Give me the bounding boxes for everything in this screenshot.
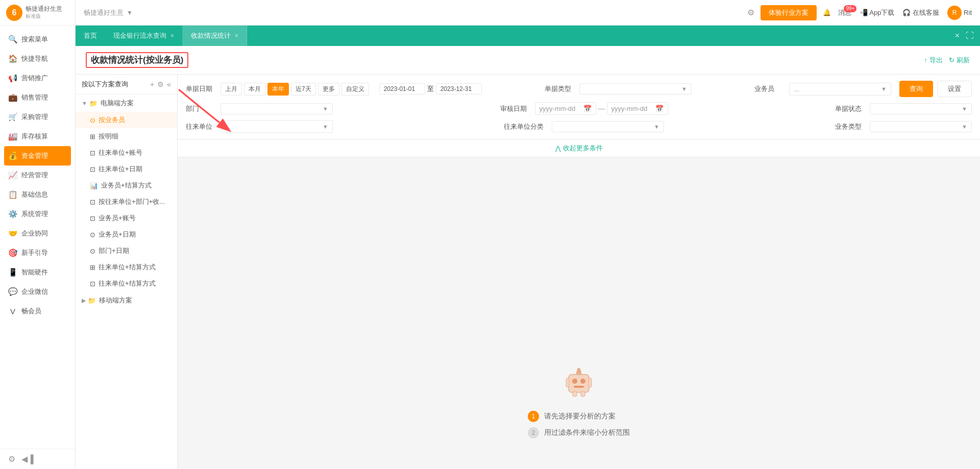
sidebar-item-purchase[interactable]: 🛒 采购管理 <box>0 107 75 127</box>
online-service[interactable]: 🎧 在线客服 <box>902 8 939 17</box>
filter-row-2: 部门 ▼ 审核日期 yyyy-mm-dd 📅 — <box>186 102 972 115</box>
sidebar-item-guide[interactable]: 🎯 新手引导 <box>0 243 75 263</box>
counterpart-select[interactable]: ... ▼ <box>220 120 333 133</box>
sidebar-item-marketing[interactable]: 📢 营销推广 <box>0 68 75 88</box>
sidebar-item-basic[interactable]: 📋 基础信息 <box>0 185 75 204</box>
dept-label: 部门 <box>186 104 212 113</box>
scheme-item-by-salesperson[interactable]: ⊙ 按业务员 <box>76 112 177 128</box>
download-icon: 📲 <box>860 9 868 16</box>
date-from-input[interactable] <box>379 83 425 95</box>
tab-home[interactable]: 首页 <box>76 26 105 46</box>
biz-type-select[interactable]: ▼ <box>870 121 972 132</box>
review-date-to[interactable]: yyyy-mm-dd 📅 <box>607 102 668 115</box>
scheme-group-desktop: ▼ 📁 电脑端方案 ⊙ 按业务员 ⊞ 按明细 ⊡ 往来单位+账号 <box>76 95 177 292</box>
scheme-item-salesperson-date[interactable]: ⊙ 业务员+日期 <box>76 226 177 243</box>
sidebar-item-quicknav[interactable]: 🏠 快捷导航 <box>0 49 75 68</box>
collapse-bar[interactable]: ⋀ 收起更多条件 <box>178 139 980 157</box>
scheme-item-salesperson-account[interactable]: ⊡ 业务员+账号 <box>76 210 177 226</box>
refresh-button[interactable]: ↻ 刷新 <box>949 56 970 65</box>
sidebar-item-operation[interactable]: 📈 经营管理 <box>0 166 75 185</box>
scheme-item-dept-date[interactable]: ⊙ 部门+日期 <box>76 243 177 259</box>
scheme-item-counterpart-date[interactable]: ⊡ 往来单位+日期 <box>76 161 177 177</box>
scheme-item-counterpart-dept[interactable]: ⊡ 按往来单位+部门+收... <box>76 194 177 210</box>
sidebar-item-guide-label: 新手引导 <box>21 248 48 257</box>
scheme-item-counterpart-account-label: 往来单位+账号 <box>99 148 142 157</box>
scheme-panel: 按以下方案查询 + ⚙ « ▼ 📁 电脑端方案 ⊙ <box>76 75 178 469</box>
notification-area[interactable]: 🔔 99+ 消息 <box>823 8 851 17</box>
dept-select[interactable]: ▼ <box>220 103 333 114</box>
counterpart-arrow: ▼ <box>323 124 328 130</box>
filter-actions: 查询 设置 <box>899 81 972 97</box>
doc-type-arrow: ▼ <box>681 86 687 92</box>
tab-receipts[interactable]: 收款情况统计 × <box>183 26 247 46</box>
service-icon: 🎧 <box>902 9 911 16</box>
salesperson-label: 业务员 <box>754 84 781 93</box>
hardware-icon: 📱 <box>8 268 17 277</box>
date-to-input[interactable] <box>436 83 482 95</box>
sidebar-item-inventory[interactable]: 🏭 库存核算 <box>0 127 75 146</box>
scheme-item-salesperson-settlement[interactable]: 📊 业务员+结算方式 <box>76 177 177 194</box>
trial-button[interactable]: 体验行业方案 <box>761 5 817 20</box>
doc-status-select[interactable]: ▼ <box>870 103 972 114</box>
user-menu[interactable]: R Rit <box>947 6 972 20</box>
date-custom[interactable]: 自定义 <box>341 83 369 96</box>
query-button[interactable]: 查询 <box>899 81 933 97</box>
sidebar-item-wechat[interactable]: 💬 企业微信 <box>0 282 75 301</box>
review-from-placeholder: yyyy-mm-dd <box>540 105 576 112</box>
settings-footer-icon[interactable]: ⚙ <box>8 454 15 464</box>
close-all-tabs-icon[interactable]: × <box>955 31 960 40</box>
scheme-settings-icon[interactable]: ⚙ <box>157 80 164 88</box>
date-last-month[interactable]: 上月 <box>220 83 242 96</box>
sidebar-item-system[interactable]: ⚙️ 系统管理 <box>0 204 75 224</box>
scheme-item-counterpart-settlement1[interactable]: ⊞ 往来单位+结算方式 <box>76 259 177 275</box>
scheme-item-counterpart-settlement2[interactable]: ⊡ 往来单位+结算方式 <box>76 275 177 292</box>
maximize-icon[interactable]: ⛶ <box>966 31 974 40</box>
add-scheme-icon[interactable]: + <box>150 80 154 88</box>
date-7days[interactable]: 近7天 <box>291 83 316 96</box>
sidebar-item-sales[interactable]: 💼 销售管理 <box>0 88 75 107</box>
scheme-group-mobile-title[interactable]: ▶ 📁 移动端方案 <box>76 292 177 309</box>
marketing-icon: 📢 <box>8 74 17 83</box>
breadcrumb: 畅捷通好生意 ▼ <box>84 8 741 17</box>
sidebar-item-hardware[interactable]: 📱 智能硬件 <box>0 263 75 282</box>
page-actions: ↑ 导出 ↻ 刷新 <box>924 56 970 65</box>
user-name: Rit <box>964 9 972 16</box>
collapse-sidebar-icon[interactable]: ◀▐ <box>21 454 33 464</box>
app-download[interactable]: 📲 App下载 <box>860 8 894 17</box>
folder-icon: 📁 <box>89 100 97 107</box>
sidebar-item-marketing-label: 营销推广 <box>21 74 48 83</box>
collapse-panel-icon[interactable]: « <box>167 80 171 88</box>
scheme-item-counterpart-settlement2-label: 往来单位+结算方式 <box>99 279 156 288</box>
refresh-icon: ↻ <box>949 56 954 64</box>
svg-rect-0 <box>569 374 589 392</box>
sidebar-item-search[interactable]: 🔍 搜索菜单 <box>0 30 75 49</box>
results-area: 1 请先选择要分析的方案 2 用过滤条件来缩小分析范围 <box>178 157 980 469</box>
tab-receipts-close[interactable]: × <box>235 32 238 39</box>
review-date-from[interactable]: yyyy-mm-dd 📅 <box>535 102 596 115</box>
right-panel: 单据日期 上月 本月 本年 近7天 更多 自定义 至 <box>178 75 980 469</box>
date-this-year[interactable]: 本年 <box>267 83 289 96</box>
set-button[interactable]: 设置 <box>937 81 972 97</box>
topbar-gear-icon[interactable]: ⚙ <box>747 8 754 17</box>
tab-bank-flow-close[interactable]: × <box>170 32 174 39</box>
date-more[interactable]: 更多 <box>318 83 339 96</box>
sidebar-item-member[interactable]: V 畅会员 <box>0 301 75 321</box>
notification-badge: 99+ <box>844 5 856 12</box>
export-button[interactable]: ↑ 导出 <box>924 56 943 65</box>
sidebar-item-finance[interactable]: 💰 资金管理 <box>4 146 71 166</box>
scheme-group-desktop-title[interactable]: ▼ 📁 电脑端方案 <box>76 95 177 112</box>
sidebar-item-system-label: 系统管理 <box>21 209 48 219</box>
doc-type-select[interactable]: ▼ <box>579 83 692 95</box>
topbar: 畅捷通好生意 ▼ ⚙ 体验行业方案 🔔 99+ 消息 📲 App下载 🎧 在线客… <box>76 0 980 26</box>
sidebar-item-enterprise[interactable]: 🤝 企业协同 <box>0 224 75 243</box>
scheme-item-counterpart-account[interactable]: ⊡ 往来单位+账号 <box>76 145 177 161</box>
date-buttons: 上月 本月 本年 近7天 更多 自定义 <box>220 83 369 96</box>
member-icon: V <box>8 307 17 316</box>
tab-bank-flow[interactable]: 现金银行流水查询 × <box>105 26 183 46</box>
scheme-item-detail[interactable]: ⊞ 按明细 <box>76 128 177 145</box>
salesperson-select[interactable]: ... ▼ <box>789 83 891 96</box>
sales-icon: 💼 <box>8 93 17 102</box>
review-date-separator: — <box>598 105 605 112</box>
counterpart-category-select[interactable]: ▼ <box>552 121 664 132</box>
date-this-month[interactable]: 本月 <box>244 83 265 96</box>
